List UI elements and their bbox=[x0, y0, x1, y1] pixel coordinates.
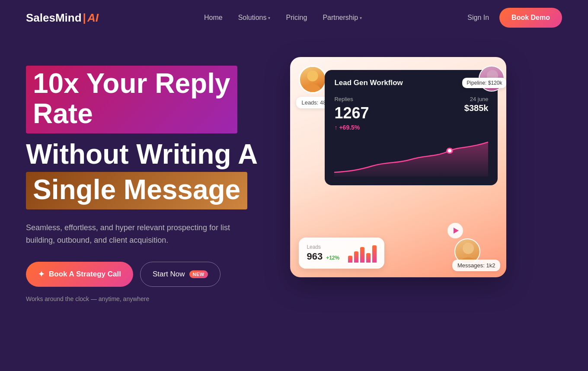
headline-highlight-2: Single Message bbox=[26, 172, 247, 209]
strategy-label: Book A Strategy Call bbox=[49, 270, 121, 279]
workflow-stats: Replies 1267 ↑ +69.5% 24 june $385k bbox=[334, 96, 488, 131]
start-now-button[interactable]: Start Now NEW bbox=[140, 262, 220, 287]
avatar-top-left bbox=[299, 66, 326, 93]
headline-3: Without Writing A bbox=[26, 137, 273, 172]
sparkle-icon: ✦ bbox=[38, 270, 45, 279]
replies-stat: Replies 1267 ↑ +69.5% bbox=[334, 96, 369, 131]
nav-solutions-label: Solutions bbox=[238, 14, 267, 22]
nav-item-solutions[interactable]: Solutions ▾ bbox=[238, 14, 271, 22]
nav-partnership-label: Partnership bbox=[323, 14, 358, 22]
messages-badge: Messages: 1k2 bbox=[452, 260, 500, 271]
headline-text-3: Without Writing A bbox=[26, 139, 258, 170]
sign-in-link[interactable]: Sign In bbox=[467, 14, 489, 22]
headline-2: Rate bbox=[33, 98, 230, 129]
replies-value: 1267 bbox=[334, 104, 369, 122]
nav-links: Home Solutions ▾ Pricing Partnership ▾ bbox=[204, 14, 362, 22]
hero-section: 10x Your Reply Rate Without Writing A Si… bbox=[0, 35, 588, 346]
hero-right: Leads: 487 Lead Gen Workflow Replies 126… bbox=[290, 53, 562, 277]
chevron-down-icon: ▾ bbox=[268, 16, 270, 20]
nav-link-pricing[interactable]: Pricing bbox=[286, 14, 307, 22]
headline-text-2: Rate bbox=[33, 98, 93, 129]
bottom-stats: Leads 963 +12% bbox=[299, 238, 384, 269]
leads-stat-change: +12% bbox=[326, 255, 339, 261]
date-stat: 24 june $385k bbox=[464, 96, 489, 113]
chevron-down-icon-2: ▾ bbox=[360, 16, 362, 20]
bar-4 bbox=[366, 253, 371, 263]
workflow-title: Lead Gen Workflow bbox=[334, 79, 403, 87]
chart-area bbox=[334, 138, 488, 177]
nav-item-pricing[interactable]: Pricing bbox=[286, 14, 307, 22]
replies-change-text: +69.5% bbox=[339, 124, 360, 131]
replies-change: ↑ +69.5% bbox=[334, 124, 369, 131]
hero-subtitle: Seamless, effortless, and hyper relevant… bbox=[26, 222, 233, 247]
nav-item-partnership[interactable]: Partnership ▾ bbox=[323, 14, 362, 22]
headline-text-4: Single Message bbox=[33, 174, 240, 205]
mini-bar-chart bbox=[348, 244, 377, 263]
svg-point-5 bbox=[463, 243, 474, 254]
pipeline-badge: Pipeline: $120k bbox=[462, 78, 506, 88]
play-icon bbox=[454, 228, 459, 234]
cta-row: ✦ Book A Strategy Call Start Now NEW bbox=[26, 262, 273, 287]
stat-date: 24 june bbox=[464, 96, 489, 102]
logo-ai: AI bbox=[87, 11, 99, 25]
svg-point-1 bbox=[305, 84, 320, 93]
leads-stat-label: Leads bbox=[307, 244, 339, 250]
stat-amount: $385k bbox=[464, 103, 489, 113]
svg-point-2 bbox=[448, 149, 452, 152]
leads-stat-value: 963 bbox=[307, 251, 323, 262]
start-label: Start Now bbox=[153, 270, 185, 279]
replies-label: Replies bbox=[334, 96, 369, 102]
book-strategy-button[interactable]: ✦ Book A Strategy Call bbox=[26, 262, 133, 287]
bar-2 bbox=[354, 251, 358, 263]
line-chart bbox=[334, 138, 488, 177]
book-demo-button[interactable]: Book Demo bbox=[499, 8, 562, 28]
headline-text-1: 10x Your Reply bbox=[33, 68, 230, 99]
logo[interactable]: SalesMind | AI bbox=[26, 11, 99, 25]
nav-link-solutions[interactable]: Solutions ▾ bbox=[238, 14, 271, 22]
headline-highlight-1: 10x Your Reply Rate bbox=[26, 66, 237, 133]
hero-left: 10x Your Reply Rate Without Writing A Si… bbox=[26, 53, 273, 302]
headline-1: 10x Your Reply bbox=[33, 68, 230, 98]
workflow-panel: Lead Gen Workflow Replies 1267 ↑ +69.5% bbox=[325, 70, 498, 185]
headline-block: 10x Your Reply Rate bbox=[26, 66, 273, 133]
logo-pipe: | bbox=[83, 11, 86, 25]
headline-4: Single Message bbox=[33, 174, 240, 205]
avatar-person-1 bbox=[300, 66, 325, 93]
bar-1 bbox=[348, 256, 352, 263]
svg-point-0 bbox=[307, 70, 318, 81]
logo-text: SalesMind bbox=[26, 11, 82, 25]
arrow-up-icon: ↑ bbox=[334, 124, 337, 131]
play-button[interactable] bbox=[447, 223, 463, 238]
leads-stat-bottom: Leads 963 +12% bbox=[307, 244, 339, 262]
new-badge: NEW bbox=[189, 270, 208, 278]
nav-item-home[interactable]: Home bbox=[204, 14, 223, 22]
navbar: SalesMind | AI Home Solutions ▾ Pricing … bbox=[0, 0, 588, 35]
nav-right: Sign In Book Demo bbox=[467, 8, 562, 28]
dashboard-card: Leads: 487 Lead Gen Workflow Replies 126… bbox=[290, 57, 506, 277]
nav-link-home[interactable]: Home bbox=[204, 14, 223, 22]
bar-3 bbox=[360, 247, 364, 263]
works-text: Works around the clock — anytime, anywhe… bbox=[26, 295, 273, 302]
bar-5 bbox=[372, 245, 377, 263]
nav-link-partnership[interactable]: Partnership ▾ bbox=[323, 14, 362, 22]
headline-plain: Without Writing A bbox=[26, 137, 273, 172]
